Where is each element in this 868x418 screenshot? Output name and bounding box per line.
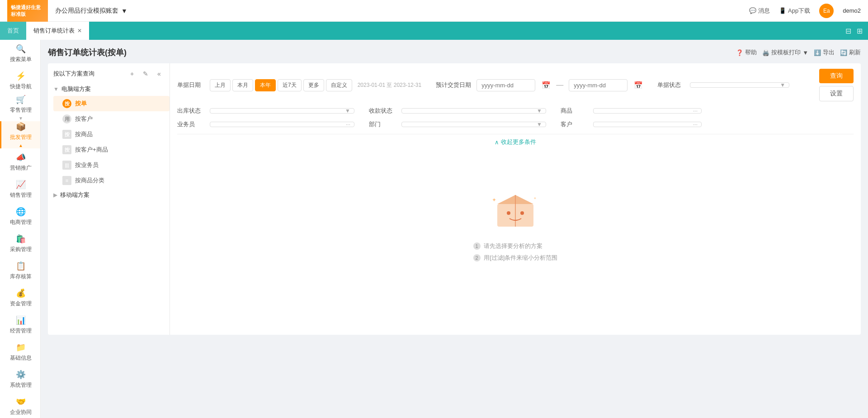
message-icon: 💬: [749, 7, 756, 14]
template-print-btn[interactable]: 🖨️ 按模板打印 ▼: [762, 48, 808, 57]
minimize-btn[interactable]: ⊟: [845, 27, 851, 35]
bag-icon: 🛍️: [16, 234, 26, 244]
refresh-icon: 🔄: [840, 49, 847, 56]
ship-status-label: 出库状态: [177, 107, 204, 115]
chevron-down-icon: ▼: [537, 108, 542, 114]
payment-status-select[interactable]: ▼: [401, 108, 546, 114]
top-nav-right: 💬 消息 📱 App下载 Ea demo2: [749, 4, 861, 18]
scheme-item-by-customer-product[interactable]: 按 按客户+商品: [53, 142, 170, 157]
refresh-btn[interactable]: 🔄 刷新: [840, 48, 861, 57]
logo[interactable]: 畅捷通好生意 标准版: [7, 0, 48, 22]
user-name[interactable]: demo2: [843, 7, 861, 14]
logo-text: 畅捷通好生意 标准版: [11, 4, 41, 17]
download-icon: 📱: [779, 7, 786, 14]
bar-chart-icon: 📊: [16, 315, 26, 325]
export-icon: ⬇️: [814, 49, 821, 56]
sidebar-item-purchase[interactable]: 🛍️ 采购管理: [0, 230, 40, 257]
search-icon: 🔍: [16, 44, 26, 54]
dropdown-icon[interactable]: ▼: [121, 7, 127, 14]
sidebar: 🔍 搜索菜单 ⚡ 快捷导航 🛒 零售管理 ▼ 📦 批发管理 ▲ 📣 营销推广 📈…: [0, 40, 41, 418]
scheme-item-by-product[interactable]: 按 按商品: [53, 127, 170, 142]
megaphone-icon: 📣: [16, 152, 26, 162]
collapse-scheme-btn[interactable]: «: [154, 69, 164, 79]
tab-sales-label: 销售订单统计表: [33, 27, 75, 35]
sidebar-item-system[interactable]: ⚙️ 系统管理: [0, 366, 40, 393]
export-btn[interactable]: ⬇️ 导出: [814, 48, 835, 57]
expected-date-end[interactable]: [569, 79, 627, 91]
payment-status-label: 收款状态: [369, 107, 396, 115]
avatar[interactable]: Ea: [819, 4, 834, 18]
scheme-item-by-order[interactable]: 按 按单: [53, 96, 170, 111]
svg-text:✦: ✦: [533, 196, 537, 200]
date-btn-group: 上月 本月 本年 近7天 更多 自定义: [210, 79, 352, 91]
last-month-btn[interactable]: 上月: [210, 79, 231, 91]
salesperson-select[interactable]: ···: [210, 122, 354, 127]
close-icon[interactable]: ✕: [77, 28, 82, 34]
edit-scheme-btn[interactable]: ✎: [141, 69, 151, 79]
status-select[interactable]: ▼: [690, 82, 789, 88]
date-range-label: 2023-01-01 至 2023-12-31: [358, 81, 421, 89]
folder-icon: 📁: [16, 342, 26, 352]
scheme-icon-by-product: 按: [62, 130, 71, 139]
sidebar-item-retail[interactable]: 🛒 零售管理 ▼: [0, 94, 40, 121]
help-btn[interactable]: ❓ 帮助: [736, 48, 757, 57]
custom-btn[interactable]: 自定义: [326, 79, 352, 91]
expected-date-start[interactable]: [476, 79, 535, 91]
scheme-item-by-customer[interactable]: 用 按客户: [53, 111, 170, 127]
sidebar-item-sales[interactable]: 📈 销售管理: [0, 176, 40, 203]
filter-row-1: 单据日期 上月 本月 本年 近7天 更多 自定义 2023-01-01 至 20…: [177, 69, 854, 101]
setting-btn[interactable]: 设置: [819, 86, 854, 101]
calendar-end-icon[interactable]: 📅: [634, 81, 643, 90]
flash-icon: ⚡: [16, 71, 26, 81]
dots-icon: ···: [693, 121, 698, 128]
scheme-icon-by-category: ≡: [62, 176, 71, 185]
customer-select[interactable]: ···: [593, 122, 702, 127]
app-download-btn[interactable]: 📱 App下载: [779, 7, 810, 15]
product-select[interactable]: ···: [593, 108, 702, 114]
page-actions: ❓ 帮助 🖨️ 按模板打印 ▼ ⬇️ 导出 🔄 刷新: [736, 48, 861, 57]
ship-status-select[interactable]: ▼: [210, 108, 354, 114]
sidebar-item-quick-nav[interactable]: ⚡ 快捷导航: [0, 67, 40, 94]
svg-text:✦: ✦: [492, 197, 496, 203]
sidebar-item-finance[interactable]: 💰 资金管理: [0, 284, 40, 311]
scheme-group-title-pc[interactable]: ▼ 电脑端方案: [53, 82, 170, 96]
calendar-start-icon[interactable]: 📅: [542, 81, 551, 90]
salesperson-label: 业务员: [177, 120, 204, 128]
add-scheme-btn[interactable]: +: [127, 69, 137, 79]
tab-sales-report[interactable]: 销售订单统计表 ✕: [26, 22, 89, 40]
sidebar-item-ecommerce[interactable]: 🌐 电商管理: [0, 203, 40, 230]
scheme-panel: 按以下方案查询 + ✎ « ▼ 电脑端方案 按 按单 用: [48, 63, 170, 335]
scheme-icon-by-customer-product: 按: [62, 145, 71, 154]
message-btn[interactable]: 💬 消息: [749, 7, 770, 15]
date-label: 单据日期: [177, 81, 204, 89]
scheme-icon-by-customer: 用: [62, 114, 71, 124]
scheme-item-by-salesperson[interactable]: ||| 按业务员: [53, 157, 170, 173]
sidebar-item-enterprise[interactable]: 🤝 企业协同: [0, 393, 40, 418]
last7days-btn[interactable]: 近7天: [278, 79, 302, 91]
sidebar-item-wholesale[interactable]: 📦 批发管理 ▲: [0, 121, 40, 148]
sidebar-item-marketing[interactable]: 📣 营销推广: [0, 148, 40, 176]
sidebar-item-operation[interactable]: 📊 经营管理: [0, 311, 40, 338]
svg-point-3: [507, 211, 510, 215]
more-btn[interactable]: 更多: [303, 79, 324, 91]
scheme-item-by-category[interactable]: ≡ 按商品分类: [53, 173, 170, 188]
this-year-btn[interactable]: 本年: [255, 79, 276, 91]
maximize-btn[interactable]: ⊞: [857, 27, 863, 35]
gear-icon: ⚙️: [16, 370, 26, 380]
department-select[interactable]: ▼: [401, 122, 546, 127]
help-icon: ❓: [736, 49, 743, 56]
query-btn[interactable]: 查询: [819, 69, 854, 83]
money-icon: 💰: [16, 288, 26, 298]
sidebar-item-search-menu[interactable]: 🔍 搜索菜单: [0, 40, 40, 67]
tab-home[interactable]: 首页: [0, 22, 26, 40]
this-month-btn[interactable]: 本月: [232, 79, 253, 91]
sidebar-item-inventory[interactable]: 📋 库存核算: [0, 257, 40, 284]
app-title[interactable]: 办公用品行业模拟账套 ▼: [55, 7, 127, 15]
box-icon: 📦: [16, 122, 26, 132]
sidebar-item-basic[interactable]: 📁 基础信息: [0, 338, 40, 366]
tab-bar-actions: ⊟ ⊞: [845, 27, 868, 35]
collapse-bar[interactable]: ∧ 收起更多条件: [177, 134, 854, 150]
department-label: 部门: [369, 120, 396, 128]
content-area: 销售订单统计表(按单) ❓ 帮助 🖨️ 按模板打印 ▼ ⬇️ 导出 🔄 刷新: [41, 40, 868, 418]
scheme-group-title-mobile[interactable]: ▶ 移动端方案: [53, 188, 170, 202]
